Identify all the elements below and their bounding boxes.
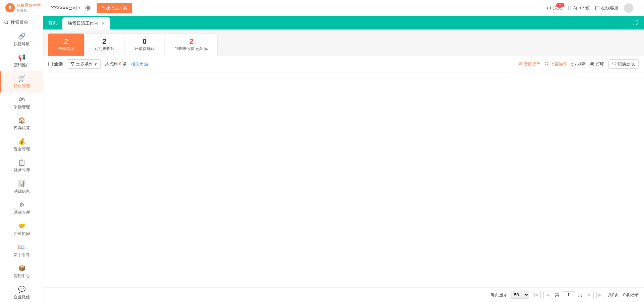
stat-label-overdue-shipped: 到期未收款 已出库 <box>175 46 208 52</box>
add-sales-order-button[interactable]: + 新增销货单 <box>515 61 540 67</box>
tab-close-icon[interactable]: ✕ <box>102 21 105 26</box>
marketing-icon: 📢 <box>18 54 25 61</box>
sidebar-item-label: 应用中心 <box>14 273 30 279</box>
logo-icon: 6 <box>5 3 15 12</box>
notification-button[interactable]: 消息 99+ <box>546 5 562 11</box>
operation-icon: 📋 <box>18 159 25 166</box>
sidebar-item-operation[interactable]: 📋 经营管理 <box>0 156 43 177</box>
company-selector[interactable]: XXXXXX公司 ▾ <box>51 5 80 11</box>
tab-minimize-button[interactable]: — <box>619 19 628 26</box>
content-area: 2 全部单据 2 到期未收款 0 旺铺待确认 2 到期未收款 已出库 全选 <box>43 29 644 302</box>
trial-button[interactable]: 体验行业方案 <box>97 3 132 13</box>
logo-area: 6 畅捷通好生意 标准版 <box>5 3 48 12</box>
total-records: 共0页，0条记录 <box>608 292 639 298</box>
stat-label-wangpu: 旺铺待确认 <box>135 46 155 52</box>
page-prefix: 第 <box>555 292 559 298</box>
sidebar-item-label: 销售管理 <box>14 83 30 89</box>
print-button[interactable]: 打印 <box>590 61 604 67</box>
sidebar-item-purchase[interactable]: 🛍 采购管理 <box>0 93 43 113</box>
new-version-button[interactable]: 切换新版 <box>608 59 639 69</box>
sidebar-item-wechat[interactable]: 💬 企业微信 <box>0 282 43 302</box>
stat-num-all: 2 <box>64 37 68 46</box>
new-version-label: 切换新版 <box>618 61 635 67</box>
last-page-button[interactable]: ▶| <box>596 291 605 299</box>
nav-icon: 🔗 <box>18 33 25 40</box>
related-records-link[interactable]: 相关单据 <box>131 61 148 67</box>
svg-point-3 <box>5 21 8 24</box>
svg-rect-7 <box>547 62 548 64</box>
online-service-label: 在线客服 <box>601 5 619 11</box>
stat-tab-wangpu[interactable]: 0 旺铺待确认 <box>125 34 164 56</box>
svg-rect-10 <box>591 64 593 66</box>
page-suffix: 页 <box>578 292 582 298</box>
pagination-bar: 每页显示 50 20 100 |◀ ◀ 第 页 ▶ ▶| 共0页，0条记录 <box>43 287 644 302</box>
sidebar-item-label: 库存核算 <box>14 125 30 131</box>
logo-text: 畅捷通好生意 <box>17 3 41 8</box>
page-input[interactable] <box>562 291 575 298</box>
online-service-button[interactable]: 在线客服 <box>595 5 619 11</box>
select-all-checkbox[interactable]: 全选 <box>48 61 63 67</box>
stat-label-overdue: 到期未收款 <box>94 46 114 52</box>
first-page-button[interactable]: |◀ <box>532 291 541 299</box>
top-bar: 6 畅捷通好生意 标准版 XXXXXX公司 ▾ 体验行业方案 消息 99+ <box>0 0 644 16</box>
sidebar-item-finance[interactable]: 💰 资金管理 <box>0 134 43 156</box>
prev-page-button[interactable]: ◀ <box>543 291 552 299</box>
per-page-select[interactable]: 50 20 100 <box>511 291 529 299</box>
sidebar-item-label: 快捷导航 <box>14 41 30 47</box>
chevron-down-icon: ▾ <box>78 6 80 10</box>
filter-button[interactable]: 更多条件 ▾ <box>67 59 101 69</box>
search-menu-item[interactable]: 搜索菜单 <box>0 16 43 29</box>
sidebar-item-basic-info[interactable]: 📊 基础信息 <box>0 177 43 198</box>
sidebar-item-app[interactable]: 📦 应用中心 <box>0 261 43 282</box>
settings-button[interactable] <box>83 3 93 13</box>
purchase-icon: 🛍 <box>19 96 25 103</box>
logo-sub: 标准版 <box>17 8 41 13</box>
main-content: 2 全部单据 2 到期未收款 0 旺铺待确认 2 到期未收款 已出库 全选 <box>43 29 644 302</box>
sidebar-item-label: 基础信息 <box>14 189 30 194</box>
sidebar-item-marketing[interactable]: 📢 营销推广 <box>0 50 43 71</box>
sidebar-item-label: 采购管理 <box>14 104 30 110</box>
next-page-button[interactable]: ▶ <box>585 291 594 299</box>
stat-tab-overdue[interactable]: 2 到期未收款 <box>85 34 124 56</box>
svg-point-0 <box>87 7 89 9</box>
found-count: 0 <box>119 61 121 66</box>
sidebar-item-label: 资金管理 <box>14 146 30 152</box>
svg-rect-9 <box>545 64 546 66</box>
tab-bar-actions: — ⛶ <box>619 19 644 26</box>
refresh-label: 刷新 <box>577 61 586 67</box>
inventory-icon: 🏠 <box>18 117 25 124</box>
tab-workbench-label: 钱货日清工作台 <box>68 20 98 26</box>
top-bar-right: 消息 99+ App下载 在线客服 <box>546 3 639 13</box>
tab-bar: 首页 钱货日清工作台 ✕ — ⛶ <box>43 16 644 29</box>
stat-num-overdue-shipped: 2 <box>190 37 194 46</box>
svg-line-4 <box>7 23 8 24</box>
tab-home-label: 首页 <box>48 20 57 26</box>
sidebar-item-nav[interactable]: 🔗 快捷导航 <box>0 29 43 50</box>
app-download-button[interactable]: App下载 <box>567 5 590 11</box>
tab-home[interactable]: 首页 <box>43 16 62 29</box>
sidebar-item-guide[interactable]: 📖 新手引导 <box>0 240 43 261</box>
sidebar-item-label: 企业微信 <box>14 294 30 300</box>
stat-label-all: 全部单据 <box>58 46 74 52</box>
wechat-icon: 💬 <box>18 286 25 293</box>
stat-tab-all[interactable]: 2 全部单据 <box>48 34 84 56</box>
per-page-label: 每页显示 <box>490 292 508 298</box>
toolbar: 全选 更多条件 ▾ 共找到 0 条 相关单据 + 新增销货单 <box>43 56 644 72</box>
tab-workbench[interactable]: 钱货日清工作台 ✕ <box>62 17 110 29</box>
basic-info-icon: 📊 <box>18 180 25 187</box>
app-download-label: App下载 <box>573 5 590 11</box>
stat-tab-overdue-shipped[interactable]: 2 到期未收款 已出库 <box>165 34 218 56</box>
tab-maximize-button[interactable]: ⛶ <box>631 19 640 26</box>
batch-operation-button[interactable]: 批量操作 <box>544 61 568 67</box>
sidebar-item-enterprise[interactable]: 🤝 企业协同 <box>0 219 43 240</box>
sidebar-item-inventory[interactable]: 🏠 库存核算 <box>0 113 43 134</box>
select-all-input[interactable] <box>48 62 53 66</box>
refresh-button[interactable]: 刷新 <box>572 61 586 67</box>
sidebar-item-system[interactable]: ⚙ 系统管理 <box>0 198 43 219</box>
app-icon: 📦 <box>18 264 25 272</box>
toolbar-right: + 新增销货单 批量操作 刷新 <box>515 59 639 69</box>
finance-icon: 💰 <box>18 138 25 145</box>
sidebar-item-sales[interactable]: 🛒 销售管理 <box>0 71 43 93</box>
guide-icon: 📖 <box>18 243 25 251</box>
svg-marker-5 <box>71 63 74 66</box>
